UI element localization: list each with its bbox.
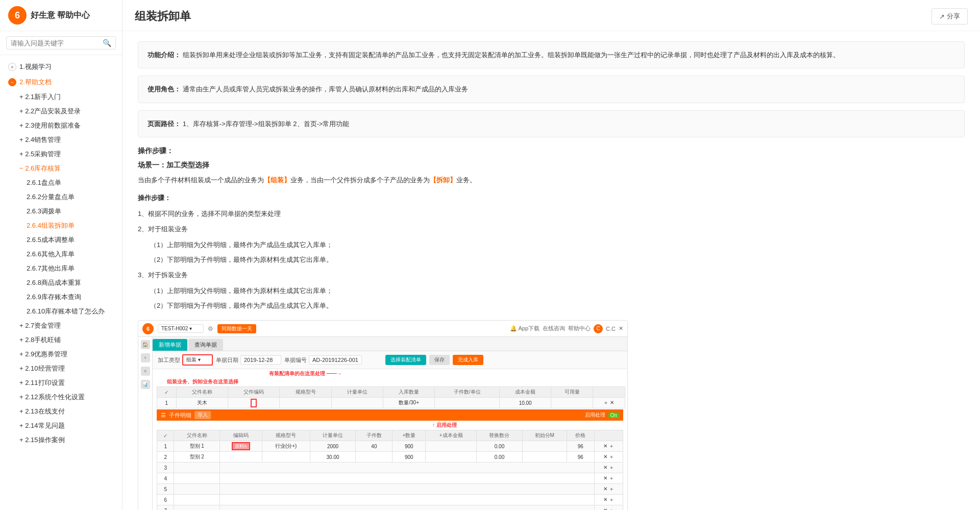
mock-b-c9: 0.00	[477, 441, 523, 452]
mock-b5-cend: ✕ ＋	[595, 484, 623, 495]
function-intro-label: 功能介绍：	[148, 51, 181, 59]
sidebar-item-2-4[interactable]: + 2.4销售管理	[0, 133, 122, 147]
sidebar-item-2-3[interactable]: + 2.3使用前数据准备	[0, 118, 122, 133]
mock-b5-span	[220, 484, 595, 495]
sidebar: 6 好生意 帮助中心 🔍 + 1.视频学习 − 2.帮助文档 + 2.1新手入门…	[0, 0, 122, 510]
mock-b6-c2	[174, 495, 220, 505]
sidebar-item-videos[interactable]: + 1.视频学习	[0, 59, 122, 75]
sidebar-item-2-7[interactable]: + 2.7资金管理	[0, 319, 122, 333]
mock-b-col-sub: 子件数	[356, 430, 393, 441]
share-button[interactable]: ↗ 分享	[932, 8, 968, 25]
mock-col-avail: 可用量	[551, 387, 593, 398]
mock-tab-query[interactable]: 查询单据	[188, 339, 223, 351]
mock-tab-new[interactable]: 新增单据	[153, 339, 187, 351]
search-input[interactable]	[11, 39, 103, 47]
sidebar-item-2-6-1[interactable]: 2.6.1盘点单	[0, 176, 122, 190]
sidebar-item-2-9[interactable]: + 2.9优惠券管理	[0, 347, 122, 361]
mock-b7-cend: ✕ ＋	[595, 505, 623, 510]
mock-b-col-code: 编辑码	[220, 430, 262, 441]
search-icon[interactable]: 🔍	[103, 39, 111, 47]
sidebar-item-2-5[interactable]: + 2.5采购管理	[0, 147, 122, 161]
sidebar-label-2-5: + 2.5采购管理	[19, 150, 61, 158]
sidebar-label-2-14: + 2.14常见问题	[19, 422, 65, 429]
share-label: 分享	[947, 12, 960, 21]
path-label: 页面路径：	[148, 120, 181, 128]
mock-b2-c9: 0.00	[477, 452, 523, 463]
sidebar-label-2-13: + 2.13在线支付	[19, 407, 65, 415]
sidebar-subitems-2-6: 2.6.1盘点单 2.6.2分量盘点单 2.6.3调拨单 2.6.4组装拆卸单 …	[0, 176, 122, 319]
mock-b4-c2	[174, 473, 220, 484]
mock-complete-button[interactable]: 完成入库	[453, 355, 483, 365]
sidebar-item-2-12[interactable]: + 2.12系统个性化设置	[0, 390, 122, 404]
search-box[interactable]: 🔍	[6, 36, 116, 50]
mock-b-col-price: 价格	[567, 430, 594, 441]
mock-content-area: 新增单据 查询单据 加工类型 组装 ▾ 单据日期 2019-12-28	[153, 337, 627, 510]
mock-refresh-button[interactable]: 同期数据一天	[217, 324, 256, 333]
ops-steps2-title: 操作步骤：	[138, 192, 965, 205]
main-content: 组装拆卸单 ↗ 分享 功能介绍： 组装拆卸单用来处理企业组装或拆卸等加工业务，支…	[122, 0, 980, 510]
mock-section-header: ☰ 子件明细 导入 启用处理 On	[157, 409, 623, 421]
sidebar-item-2-6-9[interactable]: 2.6.9库存账本查询	[0, 290, 122, 304]
mock-top-table-wrapper: ✓ 父件名称 父件编码 规格型号 计量单位 入库数量 子件数/单位 成本金额 可	[153, 386, 627, 408]
mock-b-col-check: ✓	[157, 430, 174, 441]
sidebar-item-2-6-10[interactable]: 2.6.10库存账本错了怎么办	[0, 304, 122, 319]
logo-text: 好生意 帮助中心	[31, 10, 90, 21]
mock-b-col-init: 初始分M	[522, 430, 567, 441]
mock-col-check: ✓	[157, 387, 177, 398]
mock-b-col-unit: 计量单位	[310, 430, 356, 441]
sidebar-item-2-6[interactable]: − 2.6库存核算	[0, 161, 122, 176]
mock-on-tag: On	[608, 412, 619, 418]
mock-bottom-row-6: 6 ✕ ＋	[157, 495, 623, 505]
sidebar-item-2-14[interactable]: + 2.14常见问题	[0, 419, 122, 433]
search-area: 🔍	[0, 31, 122, 55]
sidebar-item-2-6-4[interactable]: 2.6.4组装拆卸单	[0, 218, 122, 233]
mock-select-bom-button[interactable]: 选择装配清单	[385, 355, 426, 365]
mock-col-sub-qty: 子件数/单位	[435, 387, 500, 398]
function-intro-block: 功能介绍： 组装拆卸单用来处理企业组装或拆卸等加工业务，支持有固定装配清单的产品…	[138, 41, 965, 68]
mock-edit-code-1[interactable]: 原料A	[232, 442, 250, 450]
sidebar-item-2-2[interactable]: + 2.2产品安装及登录	[0, 104, 122, 118]
mock-col-ops	[593, 387, 625, 398]
mock-online-consult: 在线咨询	[543, 325, 565, 332]
sidebar-item-2-6-8[interactable]: 2.6.8商品成本重算	[0, 276, 122, 290]
mock-save-button[interactable]: 保存	[429, 355, 450, 365]
sidebar-item-2-6-6[interactable]: 2.6.6其他入库单	[0, 247, 122, 261]
mock-tab-bar: 新增单据 查询单据	[153, 337, 627, 351]
sidebar-item-2-11[interactable]: + 2.11打印设置	[0, 376, 122, 390]
mock-b7-c1: 7	[157, 505, 174, 510]
expand-icon-s2: −	[8, 78, 16, 86]
mock-main-layout: 🏠 + ≡ 📊 新增单据 查询单据	[138, 337, 627, 510]
sidebar-item-2-10[interactable]: + 2.10经营管理	[0, 361, 122, 376]
main-header: 组装拆卸单 ↗ 分享	[122, 0, 980, 31]
mock-b3-c2	[174, 463, 220, 473]
mock-b4-c1: 4	[157, 473, 174, 484]
mock-form-area: 加工类型 组装 ▾ 单据日期 2019-12-28 单据编号 AD-201912…	[153, 351, 627, 369]
mock-cell-avail	[551, 398, 593, 408]
sidebar-item-2-13[interactable]: + 2.13在线支付	[0, 404, 122, 419]
mock-no-label: 单据编号	[284, 356, 307, 364]
sidebar-item-2-6-5[interactable]: 2.6.5成本调整单	[0, 233, 122, 247]
mock-section-import-btn[interactable]: 导入	[194, 411, 211, 419]
sidebar-item-docs[interactable]: − 2.帮助文档	[0, 75, 122, 90]
mock-form-date: 单据日期 2019-12-28	[216, 355, 281, 365]
mock-code-input[interactable]	[251, 399, 257, 407]
sidebar-item-2-15[interactable]: + 2.15操作案例	[0, 433, 122, 447]
sidebar-item-2-6-7[interactable]: 2.6.7其他出库单	[0, 261, 122, 276]
sidebar-item-2-6-2[interactable]: 2.6.2分量盘点单	[0, 190, 122, 204]
sidebar-item-2-6-3[interactable]: 2.6.3调拨单	[0, 204, 122, 218]
mock-b2-c6	[356, 452, 393, 463]
mock-cell-actions: ＋ ✕	[593, 398, 625, 408]
sidebar-item-2-8[interactable]: + 2.8手机旺铺	[0, 333, 122, 347]
mock-close-icon: ✕	[619, 325, 623, 332]
sidebar-label-2-15: + 2.15操作案例	[19, 436, 65, 444]
mock-type-select[interactable]: 组装 ▾	[182, 354, 213, 366]
mock-b-col-qty: +数量	[393, 430, 426, 441]
sidebar-item-2-1[interactable]: + 2.1新手入门	[0, 90, 122, 104]
mock-col-name: 父件名称	[176, 387, 228, 398]
step-3: 3、对于拆装业务	[138, 269, 965, 282]
mock-b3-span	[220, 463, 595, 473]
mock-list-icon: ≡	[141, 367, 150, 376]
step-1: 1、根据不同的业务，选择不同单据的类型来处理	[138, 208, 965, 221]
sidebar-label-2-10: + 2.10经营管理	[19, 365, 65, 372]
sidebar-label-2-4: + 2.4销售管理	[19, 136, 61, 143]
